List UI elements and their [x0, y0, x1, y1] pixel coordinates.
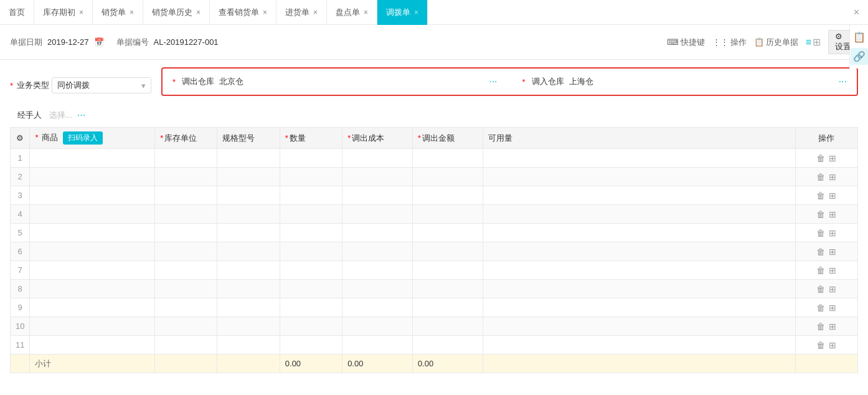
tab-sales-history[interactable]: 销货单历史 × — [143, 0, 210, 25]
table-row: 4 🗑⊞ — [11, 205, 858, 224]
sidebar-doc-icon[interactable]: 📋 — [851, 29, 868, 45]
tab-purchase-order-close[interactable]: × — [313, 8, 318, 17]
tab-inventory-check[interactable]: 盘点单 × — [327, 0, 377, 25]
main-content: * 业务类型 同价调拨 ▾ * 调出仓库 北京仓 ··· * 调入仓库 上海仓 … — [0, 60, 868, 381]
delete-row-6-icon[interactable]: 🗑 — [816, 247, 825, 257]
delete-row-11-icon[interactable]: 🗑 — [816, 340, 825, 350]
date-group: 单据日期 2019-12-27 📅 — [10, 37, 104, 48]
transfer-out-field: * 调出仓库 北京仓 ··· — [172, 76, 497, 87]
table-row: 7 🗑⊞ — [11, 261, 858, 280]
tab-transfer-order-close[interactable]: × — [414, 8, 418, 17]
settings-col-icon[interactable]: ⚙ — [16, 133, 24, 143]
handler-row: 经手人 选择... ··· — [10, 110, 858, 121]
docnum-group: 单据编号 AL-20191227-001 — [116, 37, 219, 48]
copy-row-4-icon[interactable]: ⊞ — [829, 209, 836, 219]
transfer-in-more-button[interactable]: ··· — [839, 76, 847, 87]
subtotal-qty: 0.00 — [280, 355, 342, 373]
copy-row-11-icon[interactable]: ⊞ — [829, 340, 836, 350]
delete-row-3-icon[interactable]: 🗑 — [816, 191, 825, 201]
table-row: 11 🗑⊞ — [11, 336, 858, 355]
right-sidebar: 📋 🔗 — [849, 25, 868, 69]
delete-row-7-icon[interactable]: 🗑 — [816, 265, 825, 275]
handler-label: 经手人 — [17, 110, 42, 121]
tab-sales-history-close[interactable]: × — [196, 8, 200, 17]
toolbar-right-actions: ⌨ 快捷键 ⋮⋮ 操作 📋 历史单据 ≡ ⊞ ⚙ 设置 — [667, 30, 858, 54]
tab-home[interactable]: 首页 — [0, 0, 34, 25]
tab-home-label: 首页 — [9, 7, 25, 18]
delete-row-5-icon[interactable]: 🗑 — [816, 228, 825, 238]
subtotal-cost: 0.00 — [342, 355, 413, 373]
copy-row-2-icon[interactable]: ⊞ — [829, 172, 836, 182]
delete-row-10-icon[interactable]: 🗑 — [816, 321, 825, 331]
tab-inventory-init-label: 库存期初 — [43, 7, 75, 18]
layout-icon-1: ≡ — [806, 37, 811, 48]
delete-row-8-icon[interactable]: 🗑 — [816, 284, 825, 294]
tab-inventory-check-close[interactable]: × — [364, 8, 368, 17]
available-col-header: 可用量 — [483, 128, 795, 149]
close-all-button[interactable]: × — [845, 7, 868, 18]
table-row: 9 🗑⊞ — [11, 298, 858, 317]
transfer-out-more-button[interactable]: ··· — [489, 76, 497, 87]
delete-row-9-icon[interactable]: 🗑 — [816, 303, 825, 313]
calendar-icon[interactable]: 📅 — [94, 37, 104, 47]
date-value: 2019-12-27 — [47, 37, 89, 47]
tab-view-sales-label: 查看销货单 — [219, 7, 259, 18]
subtotal-row: 小计 0.00 0.00 0.00 — [11, 355, 858, 373]
amount-col-header: *调出金额 — [413, 128, 483, 149]
transfer-table: ⚙ * 商品 扫码录入 *库存单位 规格型号 *数量 — [10, 127, 858, 373]
operation-button[interactable]: ⋮⋮ 操作 — [712, 37, 747, 48]
transfer-in-label: 调入仓库 — [532, 76, 564, 87]
transfer-out-value: 北京仓 — [219, 76, 484, 87]
chevron-down-icon: ▾ — [141, 81, 146, 90]
tab-inventory-init[interactable]: 库存期初 × — [34, 0, 93, 25]
table-row: 5 🗑⊞ — [11, 224, 858, 242]
business-type-field: * 业务类型 同价调拨 ▾ — [10, 77, 151, 93]
delete-row-2-icon[interactable]: 🗑 — [816, 172, 825, 182]
tab-inventory-init-close[interactable]: × — [79, 8, 83, 17]
copy-row-9-icon[interactable]: ⊞ — [829, 303, 836, 313]
tab-transfer-order-label: 调拨单 — [386, 7, 410, 18]
handler-more-button[interactable]: ··· — [77, 110, 85, 121]
transfer-out-label: 调出仓库 — [182, 76, 214, 87]
tab-view-sales-close[interactable]: × — [263, 8, 267, 17]
history-button[interactable]: 📋 历史单据 — [754, 37, 798, 48]
copy-row-5-icon[interactable]: ⊞ — [829, 228, 836, 238]
settings-col-header: ⚙ — [11, 128, 30, 149]
transfer-in-value: 上海仓 — [569, 76, 834, 87]
spec-col-header: 规格型号 — [217, 128, 280, 149]
sidebar-export-icon[interactable]: 🔗 — [851, 48, 868, 65]
handler-placeholder[interactable]: 选择... — [49, 110, 72, 121]
copy-row-10-icon[interactable]: ⊞ — [829, 321, 836, 331]
transfer-out-required-star: * — [172, 77, 176, 87]
layout-icon-2: ⊞ — [813, 36, 821, 48]
tab-sales-order[interactable]: 销货单 × — [93, 0, 143, 25]
tab-sales-order-close[interactable]: × — [130, 8, 134, 17]
handler-field: 经手人 选择... ··· — [10, 110, 85, 121]
business-type-row: * 业务类型 同价调拨 ▾ * 调出仓库 北京仓 ··· * 调入仓库 上海仓 … — [10, 67, 858, 103]
copy-row-8-icon[interactable]: ⊞ — [829, 284, 836, 294]
table-row: 1 🗑⊞ — [11, 149, 858, 168]
tab-purchase-order[interactable]: 进货单 × — [276, 0, 327, 25]
shortcut-button[interactable]: ⌨ 快捷键 — [667, 37, 705, 48]
table-row: 10 🗑⊞ — [11, 317, 858, 336]
operation-col-header: 操作 — [795, 128, 857, 149]
business-type-required-star: * — [10, 81, 13, 90]
copy-row-7-icon[interactable]: ⊞ — [829, 265, 836, 275]
business-type-select[interactable]: 同价调拨 ▾ — [52, 77, 151, 93]
table-scroll-area: ⚙ * 商品 扫码录入 *库存单位 规格型号 *数量 — [10, 127, 858, 373]
copy-row-6-icon[interactable]: ⊞ — [829, 247, 836, 257]
tab-view-sales[interactable]: 查看销货单 × — [210, 0, 276, 25]
delete-row-1-icon[interactable]: 🗑 — [816, 153, 825, 163]
scan-entry-button[interactable]: 扫码录入 — [63, 131, 103, 145]
business-type-value: 同价调拨 — [57, 80, 90, 91]
doc-toolbar: 单据日期 2019-12-27 📅 单据编号 AL-20191227-001 ⌨… — [0, 25, 868, 60]
apps-icon: ⋮⋮ — [712, 37, 729, 47]
copy-row-3-icon[interactable]: ⊞ — [829, 191, 836, 201]
subtotal-label: 小计 — [30, 355, 155, 373]
subtotal-amount: 0.00 — [413, 355, 483, 373]
tab-transfer-order[interactable]: 调拨单 × — [377, 0, 428, 25]
copy-row-1-icon[interactable]: ⊞ — [829, 153, 836, 163]
cost-col-header: *调出成本 — [342, 128, 413, 149]
table-row: 2 🗑⊞ — [11, 168, 858, 186]
delete-row-4-icon[interactable]: 🗑 — [816, 209, 825, 219]
